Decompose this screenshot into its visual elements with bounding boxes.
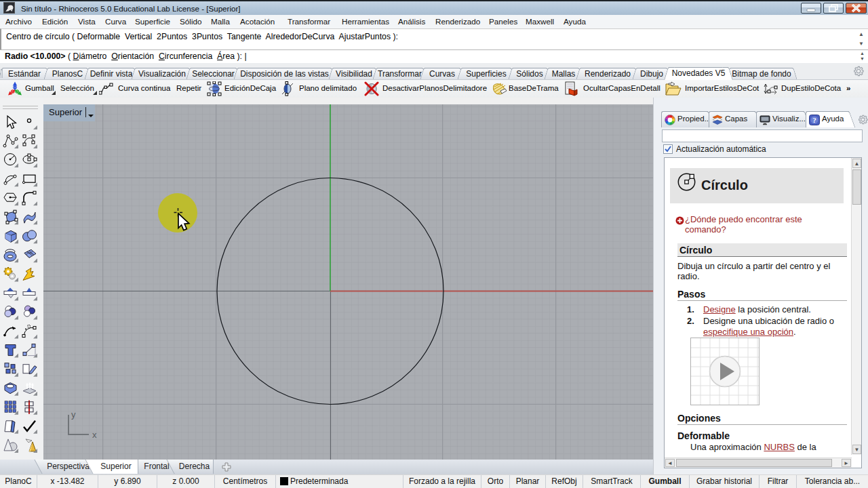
svg-text:x: x [92,430,97,440]
svg-text:?: ? [812,116,816,124]
svg-text:y: y [71,409,76,420]
